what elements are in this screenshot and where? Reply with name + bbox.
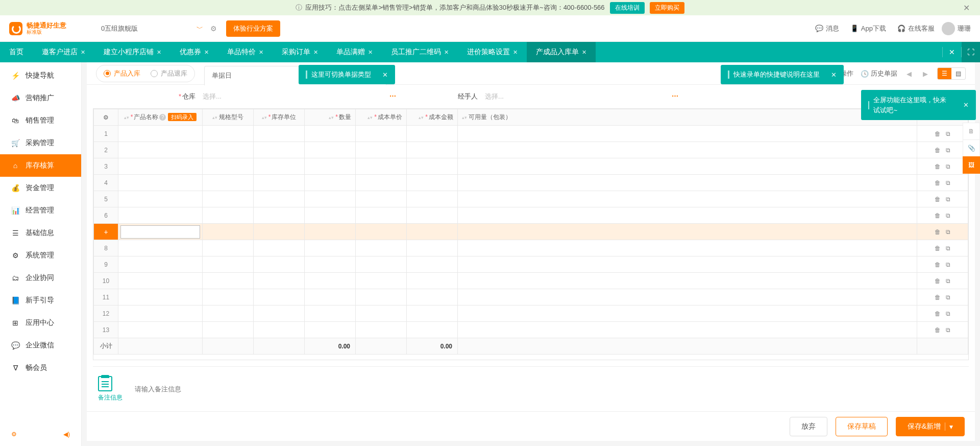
tab-进价策略设置[interactable]: 进价策略设置✕ xyxy=(458,42,527,62)
row-copy-icon[interactable]: ⧉ xyxy=(946,261,950,268)
float-attach-icon[interactable]: 📎 xyxy=(963,139,980,157)
tab-close-icon[interactable]: ✕ xyxy=(81,49,85,56)
product-name-input[interactable] xyxy=(120,225,200,239)
settings-icon[interactable]: ⚙ xyxy=(210,25,217,33)
sidebar-item-系统管理[interactable]: ⚙系统管理 xyxy=(0,244,81,267)
view-toggle[interactable]: ☰ ▤ xyxy=(937,67,966,80)
tab-close-icon[interactable]: ✕ xyxy=(368,49,373,56)
list-view-icon[interactable]: ☰ xyxy=(938,68,951,79)
next-icon[interactable]: ▶ xyxy=(921,70,930,78)
row-copy-icon[interactable]: ⧉ xyxy=(946,326,950,334)
tab-单品满赠[interactable]: 单品满赠✕ xyxy=(327,42,382,62)
save-and-new-button[interactable]: 保存&新增▾ xyxy=(896,417,965,436)
table-row[interactable]: 4🗑⧉ xyxy=(94,175,968,191)
more-icon[interactable]: ⋯ xyxy=(672,92,679,101)
fullscreen-icon[interactable]: ⛶ xyxy=(962,42,980,62)
row-copy-icon[interactable]: ⧉ xyxy=(946,277,950,285)
row-delete-icon[interactable]: 🗑 xyxy=(935,147,941,154)
sidebar-item-销售管理[interactable]: 🛍销售管理 xyxy=(0,109,81,132)
tab-close-icon[interactable]: ✕ xyxy=(444,49,449,56)
org-selector[interactable]: 0五组旗舰版 ﹀ xyxy=(101,24,203,33)
subtab-product-in[interactable]: 产品入库 xyxy=(100,67,144,80)
tab-close-icon[interactable]: ✕ xyxy=(313,49,318,56)
tip1-close-icon[interactable]: ✕ xyxy=(382,71,388,79)
col-spec[interactable]: ▴▾规格型号 xyxy=(203,109,254,126)
table-row[interactable]: 3🗑⧉ xyxy=(94,158,968,175)
tab-采购订单[interactable]: 采购订单✕ xyxy=(273,42,327,62)
tab-优惠券[interactable]: 优惠券✕ xyxy=(170,42,218,62)
row-copy-icon[interactable]: ⧉ xyxy=(946,130,950,137)
row-delete-icon[interactable]: 🗑 xyxy=(935,179,941,186)
tab-首页[interactable]: 首页 xyxy=(0,42,33,62)
online-training-button[interactable]: 在线培训 xyxy=(610,2,645,14)
warehouse-select[interactable]: 选择...⋯ xyxy=(203,92,397,101)
tab-产成品入库单[interactable]: 产成品入库单✕ xyxy=(527,42,596,62)
row-delete-icon[interactable]: 🗑 xyxy=(935,228,941,236)
sidebar-item-采购管理[interactable]: 🛒采购管理 xyxy=(0,132,81,154)
row-delete-icon[interactable]: 🗑 xyxy=(935,277,941,285)
tab-员工推广二维码[interactable]: 员工推广二维码✕ xyxy=(382,42,458,62)
tab-邀客户进店[interactable]: 邀客户进店✕ xyxy=(33,42,94,62)
sidebar-item-库存核算[interactable]: ⌂库存核算 xyxy=(0,154,81,177)
scan-entry-badge[interactable]: 扫码录入 xyxy=(168,113,197,121)
row-copy-icon[interactable]: ⧉ xyxy=(946,310,950,317)
table-row[interactable]: 12🗑⧉ xyxy=(94,306,968,322)
table-row[interactable]: 10🗑⧉ xyxy=(94,273,968,289)
table-row[interactable]: 13🗑⧉ xyxy=(94,322,968,338)
tab-建立小程序店铺[interactable]: 建立小程序店铺✕ xyxy=(94,42,170,62)
table-row[interactable]: 8🗑⧉ xyxy=(94,240,968,256)
row-delete-icon[interactable]: 🗑 xyxy=(935,310,941,317)
row-delete-icon[interactable]: 🗑 xyxy=(935,245,941,252)
table-row[interactable]: 6🗑⧉ xyxy=(94,207,968,224)
discard-button[interactable]: 放弃 xyxy=(790,417,827,436)
row-copy-icon[interactable]: ⧉ xyxy=(946,147,950,154)
remarks-input[interactable] xyxy=(135,385,964,393)
subtab-product-return[interactable]: 产品退库 xyxy=(146,67,191,80)
sidebar-item-快捷导航[interactable]: ⚡快捷导航 xyxy=(0,64,81,87)
handler-select[interactable]: 选择...⋯ xyxy=(485,92,679,101)
card-view-icon[interactable]: ▤ xyxy=(951,68,965,79)
messages-link[interactable]: 💬消息 xyxy=(815,24,839,33)
row-copy-icon[interactable]: ⧉ xyxy=(946,228,950,236)
table-row[interactable]: 5🗑⧉ xyxy=(94,191,968,207)
col-available[interactable]: ▴▾可用量（包装） xyxy=(458,109,917,126)
row-delete-icon[interactable]: 🗑 xyxy=(935,196,941,203)
row-copy-icon[interactable]: ⧉ xyxy=(946,245,950,252)
sidebar-item-基础信息[interactable]: ☰基础信息 xyxy=(0,222,81,244)
sidebar-item-应用中心[interactable]: ⊞应用中心 xyxy=(0,312,81,334)
buy-now-button[interactable]: 立即购买 xyxy=(650,2,684,14)
sidebar-item-资金管理[interactable]: 💰资金管理 xyxy=(0,177,81,199)
more-icon[interactable]: ⋯ xyxy=(389,92,397,101)
row-delete-icon[interactable]: 🗑 xyxy=(935,261,941,268)
banner-close-icon[interactable]: ✕ xyxy=(963,3,970,13)
user-menu[interactable]: 珊珊 xyxy=(946,22,971,35)
row-delete-icon[interactable]: 🗑 xyxy=(935,212,941,219)
row-delete-icon[interactable]: 🗑 xyxy=(935,326,941,334)
help-icon[interactable]: ? xyxy=(159,114,166,121)
table-row[interactable]: +🗑⧉ xyxy=(94,224,968,240)
sidebar-item-营销推广[interactable]: 📣营销推广 xyxy=(0,87,81,109)
row-copy-icon[interactable]: ⧉ xyxy=(946,196,950,203)
table-row[interactable]: 2🗑⧉ xyxy=(94,142,968,158)
sidebar-item-畅会员[interactable]: ∇畅会员 xyxy=(0,357,81,379)
history-button[interactable]: 🕓历史单据 xyxy=(861,69,897,78)
float-note-icon[interactable]: 🗎 xyxy=(963,123,980,140)
table-row[interactable]: 9🗑⧉ xyxy=(94,256,968,273)
tab-close-icon[interactable]: ✕ xyxy=(582,49,586,56)
col-unit[interactable]: ▴▾*库存单位 xyxy=(254,109,305,126)
industry-solution-button[interactable]: 体验行业方案 xyxy=(226,20,280,37)
chevron-down-icon[interactable]: ▾ xyxy=(945,422,953,431)
col-product-name[interactable]: ▴▾*产品名称?扫码录入 xyxy=(118,109,203,126)
app-download-link[interactable]: 📱App下载 xyxy=(850,24,886,33)
prev-icon[interactable]: ◀ xyxy=(904,70,914,78)
col-price[interactable]: ▴▾*成本单价 xyxy=(356,109,407,126)
footer-gear-icon[interactable]: ⚙ xyxy=(11,431,17,438)
tip3-close-icon[interactable]: ✕ xyxy=(963,100,969,110)
row-delete-icon[interactable]: 🗑 xyxy=(935,294,941,301)
row-copy-icon[interactable]: ⧉ xyxy=(946,163,950,170)
col-qty[interactable]: ▴▾*数量 xyxy=(305,109,356,126)
col-settings-icon[interactable]: ⚙ xyxy=(94,109,118,126)
sidebar-item-企业协同[interactable]: 🗂企业协同 xyxy=(0,267,81,289)
sidebar-item-经营管理[interactable]: 📊经营管理 xyxy=(0,199,81,222)
add-row-icon[interactable]: + xyxy=(102,227,111,237)
